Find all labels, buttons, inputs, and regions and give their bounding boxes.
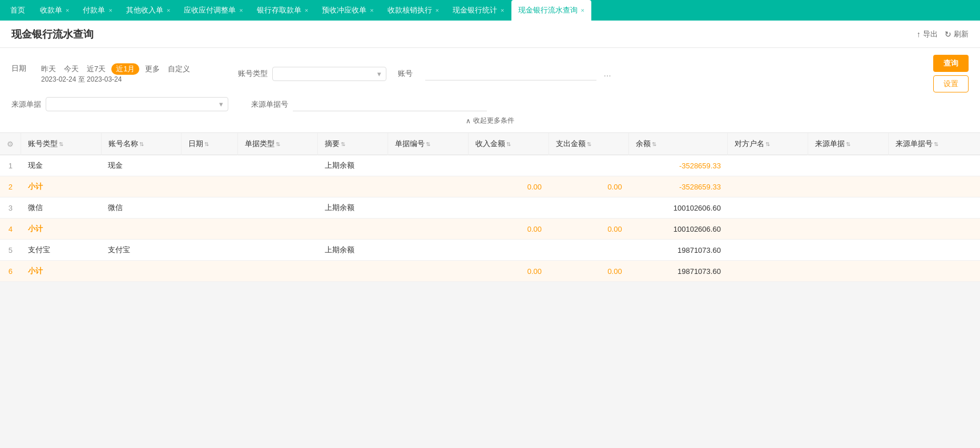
close-tab-2-icon[interactable]: ×	[167, 7, 170, 14]
cell-summary: 上期余额	[318, 197, 388, 219]
cell-date	[182, 155, 238, 176]
nav-home[interactable]: 首页	[2, 5, 33, 15]
cell-account-type: 现金	[21, 155, 102, 176]
collapse-bar[interactable]: ∧ 收起更多条件	[11, 116, 969, 126]
gear-icon[interactable]: ⚙	[7, 140, 14, 148]
account-dots-icon[interactable]: ...	[603, 68, 611, 79]
close-tab-3-icon[interactable]: ×	[239, 7, 243, 14]
close-tab-8-icon[interactable]: ×	[581, 7, 584, 14]
cell-account-name	[101, 176, 182, 197]
chevron-up-icon: ∧	[466, 117, 471, 125]
source-doc-label: 来源单据	[11, 99, 41, 110]
cell-income: 0.00	[468, 176, 549, 197]
nav-tab-8[interactable]: 现金银行流水查询 ×	[511, 0, 591, 21]
cell-income: 0.00	[468, 219, 549, 240]
th-summary[interactable]: 摘要⇅	[318, 133, 388, 155]
sort-icon-account-type: ⇅	[59, 141, 63, 147]
export-icon: ↑	[917, 30, 921, 39]
refresh-button[interactable]: ↻ 刷新	[945, 29, 969, 39]
th-gear[interactable]: ⚙	[0, 133, 21, 155]
th-date[interactable]: 日期⇅	[182, 133, 238, 155]
cell-source-doc	[808, 240, 889, 261]
table-row: 5 支付宝 支付宝 上期余额 19871073.60	[0, 240, 980, 261]
date-recent7[interactable]: 近7天	[84, 63, 108, 75]
table-header-row: ⚙ 账号类型⇅ 账号名称⇅ 日期⇅ 单据类型⇅ 摘要⇅ 单据编号	[0, 133, 980, 155]
refresh-icon: ↻	[945, 30, 951, 39]
th-source-doc[interactable]: 来源单据⇅	[808, 133, 889, 155]
cell-balance: -3528659.33	[629, 176, 728, 197]
cell-source-doc	[808, 197, 889, 219]
sort-icon-date: ⇅	[204, 141, 209, 147]
cell-balance: -3528659.33	[629, 155, 728, 176]
source-doc-no-label: 来源单据号	[251, 99, 288, 110]
cell-source-doc-no	[888, 240, 980, 261]
th-doc-type[interactable]: 单据类型⇅	[237, 133, 318, 155]
cell-doc-no	[388, 155, 469, 176]
cell-account-type: 小计	[21, 261, 102, 282]
account-input[interactable]	[425, 67, 596, 80]
th-expense[interactable]: 支出金额⇅	[549, 133, 629, 155]
cell-date	[182, 176, 238, 197]
source-doc-no-input[interactable]	[293, 98, 487, 111]
source-doc-chevron-icon: ▾	[219, 100, 223, 108]
cell-doc-type	[237, 197, 318, 219]
export-button[interactable]: ↑ 导出	[917, 29, 938, 39]
cell-doc-type	[237, 219, 318, 240]
cell-num: 6	[0, 261, 21, 282]
sort-icon-income: ⇅	[506, 141, 511, 147]
cell-account-type: 微信	[21, 197, 102, 219]
th-counterparty[interactable]: 对方户名⇅	[728, 133, 808, 155]
close-tab-0-icon[interactable]: ×	[66, 7, 69, 14]
cell-counterparty	[728, 261, 808, 282]
filter-area: 日期 昨天 今天 近7天 近1月 更多 自定义 2023-02-24 至 202…	[0, 48, 980, 133]
cell-source-doc-no	[888, 155, 980, 176]
cell-balance: 19871073.60	[629, 261, 728, 282]
th-account-name[interactable]: 账号名称⇅	[101, 133, 182, 155]
cell-counterparty	[728, 155, 808, 176]
nav-tab-7[interactable]: 现金银行统计 ×	[446, 0, 511, 21]
cell-income	[468, 197, 549, 219]
sort-icon-doc-type: ⇅	[276, 141, 280, 147]
close-tab-7-icon[interactable]: ×	[501, 7, 504, 14]
cell-account-type: 小计	[21, 176, 102, 197]
cell-balance: 100102606.60	[629, 219, 728, 240]
source-doc-select[interactable]: ▾	[46, 97, 228, 111]
close-tab-6-icon[interactable]: ×	[435, 7, 439, 14]
nav-tab-0[interactable]: 收款单 ×	[33, 0, 76, 21]
page-title: 现金银行流水查询	[11, 27, 94, 41]
close-tab-5-icon[interactable]: ×	[370, 7, 373, 14]
filter-row-1: 日期 昨天 今天 近7天 近1月 更多 自定义 2023-02-24 至 202…	[11, 55, 969, 92]
th-account-type[interactable]: 账号类型⇅	[21, 133, 102, 155]
nav-tab-2[interactable]: 其他收入单 ×	[119, 0, 177, 21]
th-doc-no[interactable]: 单据编号⇅	[388, 133, 469, 155]
nav-tab-1[interactable]: 付款单 ×	[76, 0, 119, 21]
nav-tab-5[interactable]: 预收冲应收单 ×	[315, 0, 380, 21]
filter-row-2: 来源单据 ▾ 来源单据号	[11, 97, 969, 111]
th-source-doc-no[interactable]: 来源单据号⇅	[888, 133, 980, 155]
date-range-display: 2023-02-24 至 2023-03-24	[41, 75, 192, 84]
cell-summary: 上期余额	[318, 155, 388, 176]
nav-tab-4[interactable]: 银行存取款单 ×	[250, 0, 315, 21]
cell-doc-type	[237, 176, 318, 197]
nav-tab-3[interactable]: 应收应付调整单 ×	[177, 0, 249, 21]
date-custom[interactable]: 自定义	[166, 63, 192, 75]
cell-num: 2	[0, 176, 21, 197]
search-button[interactable]: 查询	[933, 55, 969, 72]
date-recent1m[interactable]: 近1月	[111, 63, 139, 75]
cell-doc-no	[388, 219, 469, 240]
account-type-select[interactable]: ▾	[272, 67, 386, 81]
account-type-label: 账号类型	[238, 68, 268, 79]
sort-icon-source-doc: ⇅	[846, 141, 850, 147]
cell-balance: 100102606.60	[629, 197, 728, 219]
top-nav: 首页 收款单 × 付款单 × 其他收入单 × 应收应付调整单 × 银行存取款单 …	[0, 0, 980, 21]
settings-button[interactable]: 设置	[933, 75, 969, 92]
date-today[interactable]: 今天	[62, 63, 81, 75]
date-more[interactable]: 更多	[143, 63, 162, 75]
nav-tab-6[interactable]: 收款核销执行 ×	[381, 0, 446, 21]
close-tab-4-icon[interactable]: ×	[305, 7, 308, 14]
cell-summary	[318, 219, 388, 240]
date-yesterday[interactable]: 昨天	[39, 63, 58, 75]
close-tab-1-icon[interactable]: ×	[108, 7, 112, 14]
th-balance[interactable]: 余额⇅	[629, 133, 728, 155]
th-income[interactable]: 收入金额⇅	[468, 133, 549, 155]
